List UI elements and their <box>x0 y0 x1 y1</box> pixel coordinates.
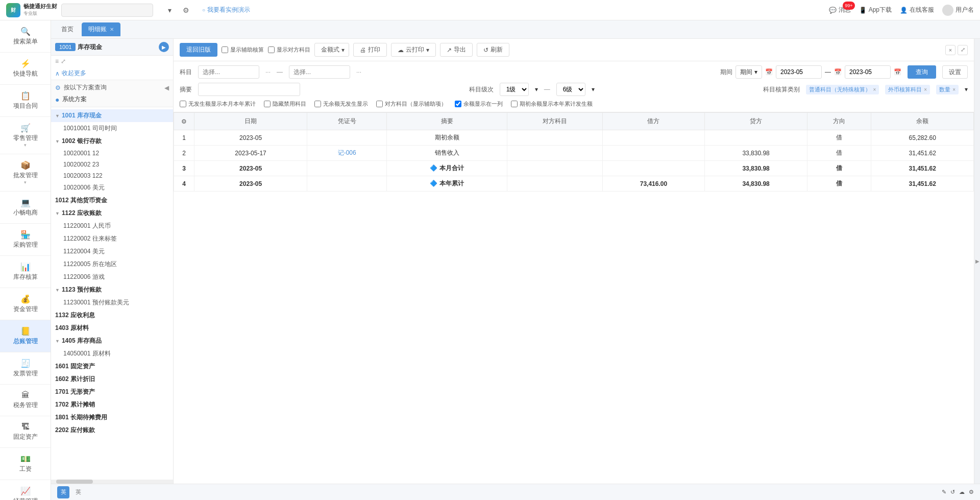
tree-item-2202[interactable]: 2202 应付账款 <box>51 424 173 437</box>
sidebar-item-salary[interactable]: 💵 工资 <box>0 448 51 480</box>
export-btn[interactable]: ↗ 导出 <box>440 43 473 57</box>
tree-item-10020006[interactable]: 10020006 美元 <box>51 181 173 194</box>
period-type-select[interactable]: 期间 ▾ <box>736 65 762 79</box>
tree-item-10020001[interactable]: 10020001 12 <box>51 148 173 159</box>
tree-item-1001[interactable]: ▼ 1001 库存现金 <box>51 109 173 122</box>
sidebar-item-invoice[interactable]: 🧾 发票管理 <box>0 352 51 385</box>
tag-chip-close-icon[interactable]: × <box>873 87 876 92</box>
tree-item-10010001[interactable]: 10010001 司司时间 <box>51 122 173 135</box>
level-end-select[interactable]: 6级5级4级 <box>556 83 585 96</box>
tree-item-1012[interactable]: 1012 其他货币资金 <box>51 194 173 207</box>
tree-item-1702[interactable]: 1702 累计摊销 <box>51 398 173 411</box>
checkbox-no-balance[interactable]: 无余额无发生显示 <box>314 100 368 108</box>
tree-item-1602[interactable]: 1602 累计折旧 <box>51 373 173 386</box>
refresh-icon-status[interactable]: ↺ <box>950 489 955 495</box>
tree-h-scrollbar[interactable] <box>51 480 173 484</box>
tree-item-10020002[interactable]: 10020002 23 <box>51 159 173 170</box>
tree-item-11230001[interactable]: 11230001 预付账款美元 <box>51 296 173 309</box>
summary-input[interactable] <box>198 83 300 96</box>
expand-panel-btn[interactable]: ⤢ <box>958 45 968 55</box>
demo-link[interactable]: 我要看实例演示 <box>202 6 250 14</box>
tree-item-1132[interactable]: 1132 应收利息 <box>51 309 173 322</box>
setup-btn[interactable]: 设置 <box>942 65 968 79</box>
checkbox-balance-one-col-input[interactable] <box>455 101 461 107</box>
checkbox-hide-forbidden[interactable]: 隐藏禁用科目 <box>264 100 306 108</box>
close-panel-btn[interactable]: × <box>945 45 955 55</box>
online-service-btn[interactable]: 👤 在线客服 <box>900 6 934 14</box>
checkbox-opening-year-input[interactable] <box>511 101 518 107</box>
checkbox-contra[interactable]: 对方科目（显示辅助项） <box>376 100 447 108</box>
quantity-dropdown-icon[interactable]: ▾ <box>965 86 968 93</box>
period-start-input[interactable] <box>776 65 822 79</box>
tree-item-11220006[interactable]: 11220006 游戏 <box>51 271 173 283</box>
tab-home[interactable]: 首页 <box>55 23 80 36</box>
tab-close-icon[interactable]: ✕ <box>110 27 114 32</box>
tree-item-11220004[interactable]: 11220004 美元 <box>51 245 173 258</box>
cloud-print-btn[interactable]: ☁ 云打印 ▾ <box>391 43 436 57</box>
user-menu[interactable]: 用户名 <box>942 5 974 16</box>
sidebar-item-general[interactable]: 📒 总账管理 <box>0 320 51 352</box>
subject-input-2[interactable] <box>289 65 350 79</box>
sidebar-item-search[interactable]: 🔍 搜索菜单 <box>0 20 51 53</box>
subject-input[interactable] <box>198 65 259 79</box>
tree-item-10020003[interactable]: 10020003 122 <box>51 170 173 181</box>
filter-collapse-icon[interactable]: ◀ <box>164 84 169 91</box>
message-btn[interactable]: 💬 消息 99+ <box>829 6 851 14</box>
tag-chip-close-icon-3[interactable]: × <box>952 87 955 92</box>
chevron-down-icon[interactable]: ▾ <box>163 4 176 16</box>
sidebar-item-tax[interactable]: 🏛 税务管理 <box>0 385 51 416</box>
checkbox-no-occur-input[interactable] <box>180 101 186 107</box>
lang-btn[interactable]: 英 <box>57 486 69 498</box>
checkbox-balance-one-col[interactable]: 余额显示在一列 <box>455 100 503 108</box>
tree-item-11220005[interactable]: 11220005 所在地区 <box>51 258 173 271</box>
sidebar-item-inventory[interactable]: 📊 库存核算 <box>0 256 51 288</box>
tree-expand-icon[interactable]: ⤢ <box>61 58 66 65</box>
tree-item-11220001[interactable]: 11220001 人民币 <box>51 220 173 232</box>
edit-icon[interactable]: ✎ <box>942 489 946 495</box>
tree-item-1122[interactable]: ▼ 1122 应收账款 <box>51 207 173 220</box>
level-start-select[interactable]: 1级2级3级 <box>500 83 529 96</box>
tree-item-1123[interactable]: ▼ 1123 预付账款 <box>51 283 173 296</box>
sidebar-item-assets[interactable]: 🏗 固定资产 <box>0 416 51 448</box>
tab-detail[interactable]: 明细账 ✕ <box>82 22 120 36</box>
sidebar-item-project[interactable]: 📋 项目合同 <box>0 85 51 117</box>
tree-item-1801[interactable]: 1801 长期待摊费用 <box>51 411 173 424</box>
tree-item-1405[interactable]: ▼ 1405 库存商品 <box>51 335 173 347</box>
currency-mode-btn[interactable]: 金额式 ▾ <box>314 43 349 57</box>
expand-more-btn[interactable]: ∧ 收起更多 <box>55 69 169 78</box>
checkbox-contra-input[interactable] <box>376 101 383 107</box>
app-download-btn[interactable]: 📱 App下载 <box>859 6 892 14</box>
tree-item-1601[interactable]: 1601 固定资产 <box>51 360 173 373</box>
sidebar-item-purchase[interactable]: 🏪 采购管理 <box>0 224 51 256</box>
print-btn[interactable]: 🖨 打印 <box>353 43 387 57</box>
checkbox-hide-forbidden-input[interactable] <box>264 101 271 107</box>
sidebar-item-ecommerce[interactable]: 💻 小畅电商 <box>0 192 51 224</box>
refresh-btn[interactable]: ↺ 刷新 <box>477 43 509 57</box>
cell-voucher[interactable]: 记-006 <box>307 146 387 161</box>
show-contra-checkbox-label[interactable]: 显示对方科目 <box>268 46 310 54</box>
checkbox-no-balance-input[interactable] <box>314 101 321 107</box>
show-aux-checkbox-label[interactable]: 显示辅助核算 <box>222 46 264 54</box>
sidebar-item-retail[interactable]: 🛒 零售管理 ▾ <box>0 117 51 154</box>
tree-item-1403[interactable]: 1403 原材料 <box>51 322 173 335</box>
tree-navigate-icon[interactable]: ▶ <box>159 42 169 52</box>
sidebar-item-quick[interactable]: ⚡ 快捷导航 <box>0 53 51 85</box>
checkbox-no-occur[interactable]: 无发生额显示本月本年累计 <box>180 100 256 108</box>
sidebar-item-biz[interactable]: 📈 经营管理 <box>0 480 51 500</box>
tree-item-14050001[interactable]: 14050001 原材料 <box>51 347 173 360</box>
tree-item-11220002[interactable]: 11220002 往来标签 <box>51 232 173 245</box>
top-search-input[interactable] <box>61 4 153 17</box>
sidebar-item-wholesale[interactable]: 📦 批发管理 ▾ <box>0 154 51 192</box>
checkbox-opening-year[interactable]: 期初余额显示本年累计发生额 <box>511 100 593 108</box>
settings-icon-status[interactable]: ⚙ <box>969 489 974 495</box>
period-end-input[interactable] <box>845 65 891 79</box>
sidebar-item-capital[interactable]: 💰 资金管理 <box>0 288 51 320</box>
tree-item-1002[interactable]: ▼ 1002 银行存款 <box>51 135 173 148</box>
query-btn[interactable]: 查询 <box>908 65 936 79</box>
show-aux-checkbox[interactable] <box>222 46 228 53</box>
show-contra-checkbox[interactable] <box>268 46 275 53</box>
tree-list-icon[interactable]: ≡ <box>55 58 59 65</box>
gear-icon[interactable]: ⚙ <box>180 4 192 16</box>
voucher-link[interactable]: 记-006 <box>338 149 356 156</box>
return-old-btn[interactable]: 退回旧版 <box>180 43 217 57</box>
